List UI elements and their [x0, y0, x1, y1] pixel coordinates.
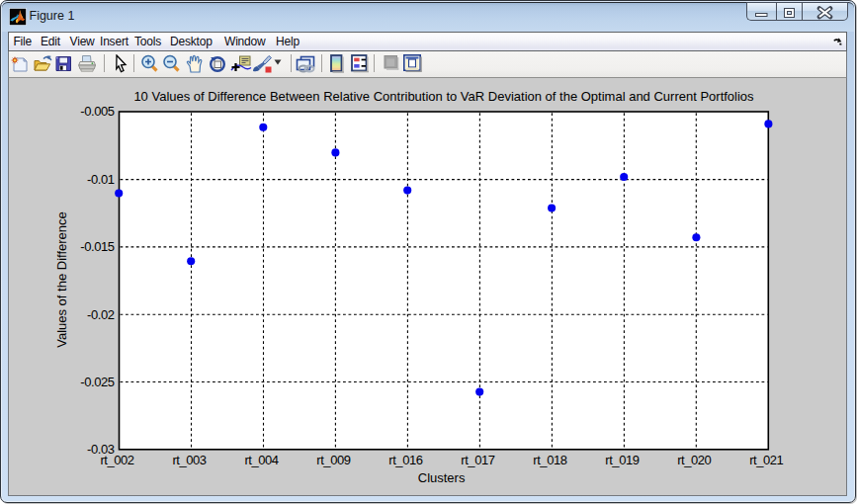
svg-text:rt_009: rt_009: [316, 453, 350, 467]
svg-text:rt_003: rt_003: [172, 453, 206, 467]
svg-text:rt_002: rt_002: [100, 453, 133, 467]
svg-text:rt_021: rt_021: [749, 453, 783, 467]
svg-text:-0.01: -0.01: [87, 171, 115, 186]
svg-text:10 Values of Difference Betwee: 10 Values of Difference Between Relative…: [133, 89, 754, 104]
svg-text:-0.015: -0.015: [80, 239, 114, 254]
svg-text:Clusters: Clusters: [417, 469, 465, 484]
svg-text:-0.02: -0.02: [87, 306, 115, 321]
svg-text:-0.005: -0.005: [80, 104, 114, 119]
svg-text:-0.025: -0.025: [80, 374, 114, 388]
svg-text:Values of the Difference: Values of the Difference: [54, 211, 69, 348]
svg-text:rt_016: rt_016: [388, 453, 422, 467]
svg-text:rt_018: rt_018: [533, 453, 566, 467]
svg-text:rt_017: rt_017: [461, 453, 494, 467]
svg-text:rt_004: rt_004: [244, 453, 278, 467]
svg-text:rt_020: rt_020: [677, 453, 711, 467]
svg-text:rt_019: rt_019: [605, 453, 639, 467]
